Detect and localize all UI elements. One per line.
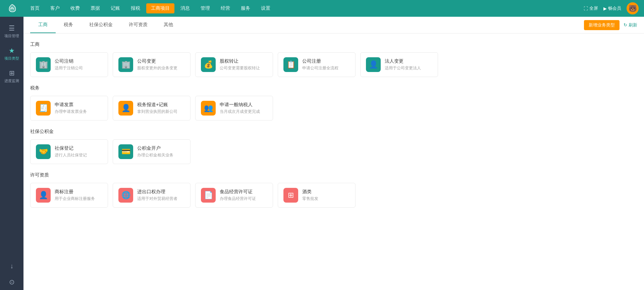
top-nav-item-票据[interactable]: 票据 (86, 3, 105, 13)
section-社保公积金: 社保公积金🤝社保登记进行人员社保登记💳公积金开户办理公积金相关业务 (30, 129, 637, 164)
sidebar-item-进度监测[interactable]: ⊞进度监测 (0, 65, 23, 87)
tab-社保公积金[interactable]: 社保公积金 (81, 17, 121, 33)
card-info: 酒类零售批发 (302, 189, 318, 202)
top-nav-item-客户[interactable]: 客户 (46, 3, 64, 13)
card-info: 申请一般纳税人当月或次月成变更完成 (220, 102, 260, 115)
card-公司变更[interactable]: 🏢公司变更股权变更外的业务变更 (113, 52, 191, 77)
card-info: 商标注册用于企业商标注册服务 (55, 189, 95, 202)
card-desc: 当月或次月成变更完成 (220, 109, 260, 115)
sidebar-icon: ★ (9, 47, 15, 55)
card-title: 商标注册 (55, 189, 95, 195)
card-info: 社保登记进行人员社保登记 (55, 145, 87, 158)
refresh-icon: ↻ (624, 22, 627, 27)
sidebar-item-项目类型[interactable]: ★项目类型 (0, 43, 23, 65)
card-icon: 📋 (283, 57, 298, 72)
section-title: 税务 (30, 85, 637, 91)
card-title: 公司注册 (302, 58, 338, 64)
cards-grid: 🏢公司注销适用于注销公司🏢公司变更股权变更外的业务变更💰股权转让公司变更需要股权… (30, 52, 637, 77)
card-公司注销[interactable]: 🏢公司注销适用于注销公司 (30, 52, 108, 77)
sidebar-label: 进度监测 (4, 78, 19, 83)
card-食品经营许可证[interactable]: 📄食品经营许可证办理食品经营许可证 (195, 183, 273, 208)
card-desc: 适用于注销公司 (55, 65, 83, 71)
card-title: 法人变更 (385, 58, 421, 64)
logo (5, 2, 19, 15)
card-title: 公司变更 (137, 58, 177, 64)
card-icon: 🧾 (36, 101, 51, 116)
card-icon: 📄 (201, 188, 216, 203)
card-商标注册[interactable]: 👤商标注册用于企业商标注册服务 (30, 183, 108, 208)
card-desc: 公司变更需要股权转让 (220, 65, 260, 71)
user-avatar[interactable]: 🐻 (627, 2, 639, 14)
fullscreen-button[interactable]: ⛶ 全屏 (584, 5, 598, 11)
top-nav-item-首页[interactable]: 首页 (25, 3, 44, 13)
section-工商: 工商🏢公司注销适用于注销公司🏢公司变更股权变更外的业务变更💰股权转让公司变更需要… (30, 42, 637, 77)
card-title: 申请发票 (55, 102, 87, 108)
card-info: 公积金开户办理公积金相关业务 (137, 145, 173, 158)
card-title: 公积金开户 (137, 145, 173, 151)
card-申请一般纳税人[interactable]: 👥申请一般纳税人当月或次月成变更完成 (195, 96, 273, 121)
tab-其他[interactable]: 其他 (156, 17, 181, 33)
card-title: 酒类 (302, 189, 318, 195)
card-title: 申请一般纳税人 (220, 102, 260, 108)
card-icon: 👤 (118, 101, 133, 116)
sidebar-item-项目管理[interactable]: ☰项目管理 (0, 20, 23, 43)
new-type-button[interactable]: 新增业务类型 (584, 20, 620, 30)
card-title: 股权转让 (220, 58, 260, 64)
tab-工商[interactable]: 工商 (30, 17, 56, 33)
card-酒类[interactable]: ⊞酒类零售批发 (278, 183, 356, 208)
card-icon: 🏢 (36, 57, 51, 72)
cards-grid: 👤商标注册用于企业商标注册服务🌐进出口权办理适用于对外贸易经营者📄食品经营许可证… (30, 183, 637, 208)
top-nav-item-记账[interactable]: 记账 (106, 3, 125, 13)
sidebar-bottom-item[interactable]: ↓ (0, 258, 23, 274)
vip-button[interactable]: ▶ 畅会员 (603, 5, 621, 11)
top-nav-item-报税[interactable]: 报税 (126, 3, 145, 13)
section-许可资质: 许可资质👤商标注册用于企业商标注册服务🌐进出口权办理适用于对外贸易经营者📄食品经… (30, 172, 637, 208)
card-icon: 🏢 (118, 57, 133, 72)
top-nav-item-工商项目[interactable]: 工商项目 (146, 3, 174, 13)
top-nav-item-收费[interactable]: 收费 (66, 3, 85, 13)
card-icon: 👤 (36, 188, 51, 203)
card-desc: 进行人员社保登记 (55, 152, 87, 158)
card-icon: 🌐 (118, 188, 133, 203)
cards-grid: 🧾申请发票办理申请发票业务👤税务报道+记账拿到营业执照的新公司👥申请一般纳税人当… (30, 96, 637, 121)
cards-grid: 🤝社保登记进行人员社保登记💳公积金开户办理公积金相关业务 (30, 139, 637, 164)
top-nav-item-设置[interactable]: 设置 (256, 3, 275, 13)
card-icon: 💳 (118, 144, 133, 159)
sidebar-icon: ☰ (9, 24, 15, 32)
card-icon: ⊞ (283, 188, 298, 203)
card-desc: 拿到营业执照的新公司 (137, 109, 177, 115)
refresh-button[interactable]: ↻ 刷新 (624, 22, 637, 28)
top-nav: 首页客户收费票据记账报税工商项目消息管理经营服务设置 ⛶ 全屏 ▶ 畅会员 🐻 (0, 0, 644, 17)
card-社保登记[interactable]: 🤝社保登记进行人员社保登记 (30, 139, 108, 164)
sidebar-bottom-icon: ↓ (10, 262, 13, 270)
card-title: 公司注销 (55, 58, 83, 64)
sidebar-label: 项目类型 (4, 56, 19, 61)
top-nav-item-管理[interactable]: 管理 (196, 3, 215, 13)
top-nav-right: ⛶ 全屏 ▶ 畅会员 🐻 (584, 2, 639, 14)
sidebar-bottom-item[interactable]: ⊙ (0, 274, 23, 290)
card-申请发票[interactable]: 🧾申请发票办理申请发票业务 (30, 96, 108, 121)
section-税务: 税务🧾申请发票办理申请发票业务👤税务报道+记账拿到营业执照的新公司👥申请一般纳税… (30, 85, 637, 121)
card-title: 社保登记 (55, 145, 87, 151)
tab-税务[interactable]: 税务 (56, 17, 81, 33)
card-进出口权办理[interactable]: 🌐进出口权办理适用于对外贸易经营者 (113, 183, 191, 208)
sidebar-bottom-icon: ⊙ (9, 278, 15, 286)
top-nav-item-经营[interactable]: 经营 (216, 3, 235, 13)
top-nav-item-服务[interactable]: 服务 (236, 3, 255, 13)
main-layout: ☰项目管理★项目类型⊞进度监测↓⊙ 工商税务社保公积金许可资质其他 新增业务类型… (0, 17, 644, 290)
scroll-content[interactable]: 工商🏢公司注销适用于注销公司🏢公司变更股权变更外的业务变更💰股权转让公司变更需要… (23, 33, 644, 290)
card-desc: 申请公司注册全流程 (302, 65, 338, 71)
card-desc: 适用于公司变更法人 (385, 65, 421, 71)
card-股权转让[interactable]: 💰股权转让公司变更需要股权转让 (195, 52, 273, 77)
tab-许可资质[interactable]: 许可资质 (121, 17, 156, 33)
card-info: 食品经营许可证办理食品经营许可证 (220, 189, 256, 202)
card-税务报道+记账[interactable]: 👤税务报道+记账拿到营业执照的新公司 (113, 96, 191, 121)
card-公司注册[interactable]: 📋公司注册申请公司注册全流程 (278, 52, 356, 77)
card-icon: 👤 (366, 57, 381, 72)
sidebar-label: 项目管理 (4, 33, 19, 39)
tab-bar: 工商税务社保公积金许可资质其他 新增业务类型 ↻ 刷新 (23, 17, 644, 33)
card-desc: 办理申请发票业务 (55, 109, 87, 115)
card-公积金开户[interactable]: 💳公积金开户办理公积金相关业务 (113, 139, 191, 164)
top-nav-item-消息[interactable]: 消息 (176, 3, 195, 13)
card-法人变更[interactable]: 👤法人变更适用于公司变更法人 (360, 52, 438, 77)
